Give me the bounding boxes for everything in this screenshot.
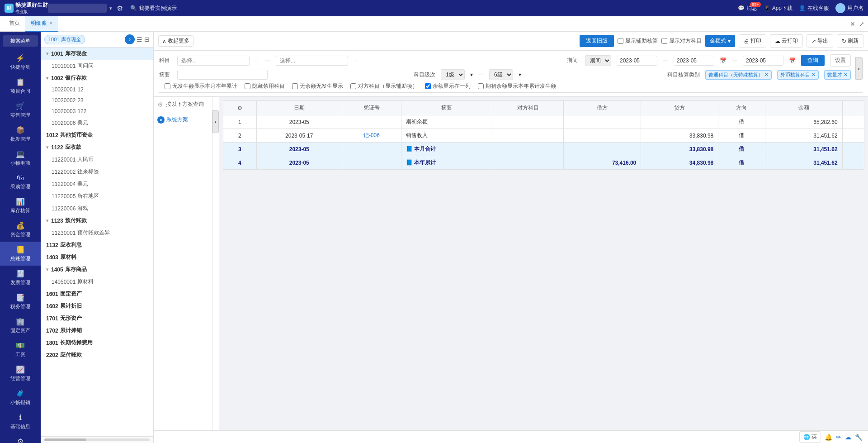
cb-contra-subject[interactable]: 对方科目（显示辅助项） (350, 82, 418, 90)
period-start-input[interactable] (617, 56, 657, 66)
tree-item-14050001[interactable]: 14050001 原材料 (41, 276, 153, 288)
tree-item-1012[interactable]: 1012 其他货币资金 (41, 129, 153, 141)
tree-item-11220006[interactable]: 11220006 游戏 (41, 202, 153, 214)
subject-input[interactable] (177, 56, 250, 66)
tree-item-11220004[interactable]: 11220004 美元 (41, 178, 153, 190)
tree-item-1702[interactable]: 1702 累计摊销 (41, 324, 153, 337)
tree-item-1701[interactable]: 1701 无形资产 (41, 312, 153, 324)
sidebar-search-button[interactable]: 搜索菜单 (3, 35, 38, 47)
tree-item-1132[interactable]: 1132 应收利息 (41, 239, 153, 251)
account-tree-list-icon[interactable]: ☰ (137, 36, 142, 43)
return-old-version-button[interactable]: 返回旧版 (580, 35, 614, 47)
level-end-select[interactable]: 6级 (489, 69, 513, 80)
type-tag-1-close[interactable]: ✕ (764, 72, 769, 78)
service-button[interactable]: 👤 在线客服 (799, 5, 829, 12)
tab-close-icon[interactable]: ✕ (49, 20, 53, 26)
level-start-select[interactable]: 1级 (441, 69, 465, 80)
sidebar-item-management[interactable]: 📈 经营管理 (0, 362, 41, 386)
query-settings-icon[interactable]: ⚙ (157, 101, 163, 108)
sidebar-item-finance[interactable]: 💰 资金管理 (0, 218, 41, 242)
sidebar-item-system[interactable]: ⚙ 系统管理 (0, 433, 41, 443)
print-button[interactable]: 🖨 打印 (739, 34, 766, 48)
voucher-link[interactable]: 记-006 (363, 132, 380, 138)
refresh-button[interactable]: ↻ 刷新 (837, 34, 863, 48)
cloud-icon[interactable]: ☁ (845, 433, 851, 441)
cb-balance-one-col[interactable]: 余额显示在一列 (425, 82, 471, 90)
account-nav-button[interactable]: › (125, 34, 135, 44)
sidebar-item-expense[interactable]: 🧳 小畅报销 (0, 386, 41, 410)
tree-item-11230001[interactable]: 11230001 预付账款差异 (41, 227, 153, 239)
sidebar-item-ecommerce[interactable]: 💻 小畅电商 (0, 146, 41, 170)
amount-format-button[interactable]: 金额式 ▾ (705, 35, 735, 47)
cb-no-balance[interactable]: 无余额无发生显示 (292, 82, 343, 90)
export-button[interactable]: ↗ 导出 (807, 34, 833, 48)
sidebar-item-purchase[interactable]: 🛍 采购管理 (0, 170, 41, 194)
summary-input[interactable] (177, 70, 268, 80)
account-tree-collapse-icon[interactable]: ⊟ (144, 36, 150, 43)
edit-icon[interactable]: ✏ (836, 433, 841, 441)
tree-item-1405[interactable]: ▾ 1405 库存商品 (41, 263, 153, 276)
tree-item-1123[interactable]: ▾ 1123 预付账款 (41, 214, 153, 227)
tree-item-10020003[interactable]: 10020003 122 (41, 106, 153, 117)
tab-maximize-icon[interactable]: ⤢ (859, 20, 864, 28)
tab-close-all-icon[interactable]: ✕ (850, 20, 855, 28)
search-button[interactable]: 查询 (801, 55, 825, 66)
sidebar-item-retail[interactable]: 🛒 零售管理 (0, 98, 41, 122)
tree-item-11220005[interactable]: 11220005 所在地区 (41, 190, 153, 202)
demo-button[interactable]: 🔍 我要看实例演示 (130, 5, 177, 12)
top-search-input[interactable] (48, 4, 107, 13)
tree-item-11220001[interactable]: 11220001 人民币 (41, 153, 153, 166)
sidebar-item-project[interactable]: 📋 项目合同 (0, 74, 41, 98)
tree-item-10020002[interactable]: 10020002 23 (41, 95, 153, 106)
sidebar-item-quicknav[interactable]: ⚡ 快捷导航 (0, 50, 41, 74)
app-download-button[interactable]: 📱 App下载 (764, 5, 793, 12)
sidebar-item-invoice[interactable]: 🧾 发票管理 (0, 266, 41, 290)
cb-hide-disabled[interactable]: 隐藏禁用科目 (245, 82, 285, 90)
sidebar-item-ledger[interactable]: 📒 总账管理 (0, 242, 41, 266)
calendar-icon-2[interactable]: 📅 (789, 57, 796, 64)
wrench-icon[interactable]: 🔧 (855, 433, 863, 441)
tree-item-1001[interactable]: ▾ 1001 库存现金 (41, 48, 153, 60)
subject-input-2[interactable] (276, 56, 348, 66)
search-dropdown-icon[interactable]: ▾ (109, 5, 112, 11)
sidebar-item-basic-info[interactable]: ℹ 基础信息 (0, 410, 41, 433)
left-panel-collapse-button[interactable]: ‹ (212, 110, 219, 133)
tab-home[interactable]: 首页 (4, 16, 25, 32)
calendar-icon[interactable]: 📅 (720, 57, 726, 64)
tree-item-10010001[interactable]: 10010001 同问问 (41, 60, 153, 72)
expand-filter-button[interactable]: ∧ 收起更多 (158, 35, 193, 47)
bell-icon[interactable]: 🔔 (825, 433, 832, 441)
type-tag-2-close[interactable]: ✕ (811, 72, 816, 78)
tree-item-2202[interactable]: 2202 应付账款 (41, 349, 153, 361)
cb-opening-balance[interactable]: 期初余额显示本年累计发生额 (478, 82, 556, 90)
message-button[interactable]: 💬 消息 99+ (738, 5, 757, 12)
tab-ledger[interactable]: 明细账 ✕ (25, 16, 58, 32)
col-settings[interactable]: ⚙ (223, 101, 257, 115)
lang-button[interactable]: 🌐 英 (799, 431, 821, 443)
current-account-tag[interactable]: 1001 库存现金 (44, 35, 85, 44)
show-subject-checkbox[interactable]: 显示对方科目 (661, 37, 702, 45)
sidebar-item-payroll[interactable]: 💵 工资 (0, 338, 41, 362)
filter-settings-button[interactable]: 设置 (830, 54, 851, 67)
period-end-input-2[interactable] (743, 56, 783, 66)
settings-icon[interactable]: ⚙ (117, 4, 123, 13)
tree-item-1403[interactable]: 1403 原材料 (41, 251, 153, 263)
tree-item-10020006[interactable]: 10020006 美元 (41, 117, 153, 129)
system-scheme-item[interactable]: ● 系统方案 (154, 112, 212, 127)
type-tag-3-close[interactable]: ✕ (844, 72, 848, 78)
user-avatar[interactable]: 用户名 (835, 3, 863, 13)
tree-item-1122[interactable]: ▾ 1122 应收款 (41, 141, 153, 153)
tree-item-1601[interactable]: 1601 固定资产 (41, 288, 153, 300)
sidebar-item-inventory[interactable]: 📊 库存核算 (0, 194, 41, 218)
cloud-print-button[interactable]: ☁ 云打印 (770, 34, 803, 48)
tree-item-1002[interactable]: ▾ 1002 银行存款 (41, 72, 153, 84)
period-end-input[interactable] (674, 56, 714, 66)
tree-item-1801[interactable]: 1801 长期待摊费用 (41, 337, 153, 349)
cb-no-amount[interactable]: 无发生额显示本月本年累计 (165, 82, 237, 90)
show-aux-checkbox[interactable]: 显示辅助核算 (618, 37, 658, 45)
period-type-select[interactable]: 期间 (585, 55, 611, 66)
sidebar-item-assets[interactable]: 🏢 固定资产 (0, 314, 41, 338)
filter-collapse-button[interactable]: ‹ (855, 57, 863, 80)
tree-item-11220002[interactable]: 11220002 往来标签 (41, 166, 153, 178)
tree-item-1602[interactable]: 1602 累计折旧 (41, 300, 153, 312)
